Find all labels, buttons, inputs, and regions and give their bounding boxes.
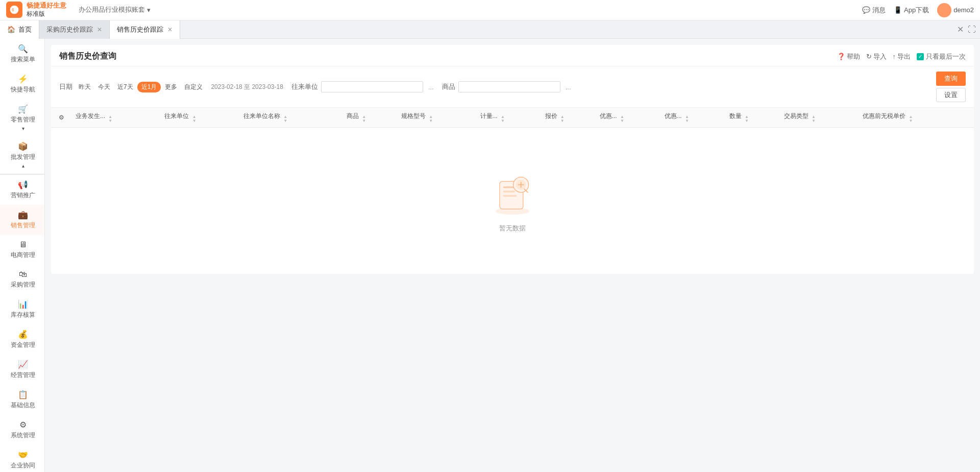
sort-qty-icon[interactable]: ▲▼ xyxy=(745,115,749,123)
sort-discount1-icon[interactable]: ▲▼ xyxy=(620,115,624,123)
maximize-icon[interactable]: ⛶ xyxy=(968,25,976,34)
page-header-actions: ❓ 帮助 ↻ 导入 ↑ 导出 只看最后一次 xyxy=(837,52,966,61)
query-button[interactable]: 查询 xyxy=(936,72,966,86)
sort-biz-date-icon[interactable]: ▲▼ xyxy=(108,115,112,123)
only-last-checkbox-label[interactable]: 只看最后一次 xyxy=(917,52,966,61)
message-icon: 💬 xyxy=(862,6,870,14)
logo-icon: 6 xyxy=(6,2,22,18)
sort-discount2-icon[interactable]: ▲▼ xyxy=(685,115,689,123)
sidebar-item-purchase[interactable]: 🛍 采购管理 xyxy=(0,265,44,294)
main-layout: 🔍 搜索菜单 ⚡ 快捷导航 🛒 零售管理 ▾ 📦 批发管理 ▴ 📢 营销推广 💼… xyxy=(0,39,980,472)
page-card: 销售历史价查询 ❓ 帮助 ↻ 导入 ↑ 导出 xyxy=(51,45,974,274)
export-btn[interactable]: ↑ 导出 xyxy=(893,52,911,61)
sort-unit-icon[interactable]: ▲▼ xyxy=(501,115,505,123)
date-range: 2023-02-18 至 2023-03-18 xyxy=(211,83,283,91)
sort-spec-icon[interactable]: ▲▼ xyxy=(429,115,433,123)
sidebar-item-finance[interactable]: 💰 资金管理 xyxy=(0,324,44,355)
page-header: 销售历史价查询 ❓ 帮助 ↻ 导入 ↑ 导出 xyxy=(51,45,974,66)
sidebar-item-marketing[interactable]: 📢 营销推广 xyxy=(0,175,44,205)
close-sales-tab-icon[interactable]: ✕ xyxy=(167,26,173,33)
help-icon: ❓ xyxy=(837,53,845,60)
col-partner-code[interactable]: 往来单位 ▲▼ xyxy=(160,108,239,128)
sidebar-item-quick-nav[interactable]: ⚡ 快捷导航 xyxy=(0,69,44,99)
cart-icon: 🛒 xyxy=(18,104,28,114)
settings-icon[interactable]: ⚙ xyxy=(59,114,64,121)
home-icon: 🏠 xyxy=(7,26,15,33)
sidebar-item-sales[interactable]: 💼 销售管理 xyxy=(0,205,44,235)
empty-illustration xyxy=(487,169,538,220)
col-unit[interactable]: 计量... ▲▼ xyxy=(476,108,541,128)
close-purchase-tab-icon[interactable]: ✕ xyxy=(97,26,102,33)
app-selector[interactable]: 办公用品行业模拟账套 ▾ xyxy=(79,5,151,14)
col-goods[interactable]: 商品 ▲▼ xyxy=(342,108,397,128)
partner-filter: 往来单位 ... xyxy=(291,81,434,92)
import-icon: ↻ xyxy=(866,53,872,60)
date-label: 日期 xyxy=(59,82,72,91)
svg-text:6: 6 xyxy=(12,8,14,13)
sidebar-item-wholesale[interactable]: 📦 批发管理 ▴ xyxy=(0,136,44,174)
sort-quote-icon[interactable]: ▲▼ xyxy=(560,115,565,123)
message-btn[interactable]: 💬 消息 xyxy=(862,6,886,15)
partner-dots-btn[interactable]: ... xyxy=(428,83,434,91)
tab-purchase-history[interactable]: 采购历史价跟踪 ✕ xyxy=(39,20,110,39)
svg-point-0 xyxy=(10,6,19,14)
tab-sales-history[interactable]: 销售历史价跟踪 ✕ xyxy=(110,20,180,39)
col-pre-tax[interactable]: 优惠前无税单价 ▲▼ xyxy=(859,108,974,128)
goods-dots-btn[interactable]: ... xyxy=(566,83,571,91)
empty-state: 暂无数据 xyxy=(51,128,974,274)
sort-partner-name-icon[interactable]: ▲▼ xyxy=(283,115,287,123)
close-all-tabs-icon[interactable]: ✕ xyxy=(957,25,964,34)
partner-input[interactable] xyxy=(321,81,423,92)
sidebar-item-search[interactable]: 🔍 搜索菜单 xyxy=(0,39,44,69)
col-spec[interactable]: 规格型号 ▲▼ xyxy=(397,108,476,128)
briefcase-icon: 💼 xyxy=(18,210,28,220)
sidebar-item-retail[interactable]: 🛒 零售管理 ▾ xyxy=(0,99,44,136)
chevron-down-icon: ▾ xyxy=(147,6,151,14)
data-table: ⚙ 业务发生... ▲▼ 往来单位 ▲▼ xyxy=(51,108,974,128)
sidebar-item-enterprise[interactable]: 🤝 企业协同 xyxy=(0,445,44,472)
sort-trade-type-icon[interactable]: ▲▼ xyxy=(812,115,816,123)
content-area: 销售历史价查询 ❓ 帮助 ↻ 导入 ↑ 导出 xyxy=(45,39,980,472)
col-gear: ⚙ xyxy=(51,108,71,128)
col-partner-name[interactable]: 往来单位名称 ▲▼ xyxy=(239,108,342,128)
sidebar-item-system[interactable]: ⚙ 系统管理 xyxy=(0,415,44,445)
col-discount1[interactable]: 优惠... ▲▼ xyxy=(596,108,660,128)
table-header-row: ⚙ 业务发生... ▲▼ 往来单位 ▲▼ xyxy=(51,108,974,128)
sort-goods-icon[interactable]: ▲▼ xyxy=(362,115,366,123)
col-biz-date[interactable]: 业务发生... ▲▼ xyxy=(71,108,160,128)
shopping-icon: 🛍 xyxy=(19,270,27,279)
setting-button[interactable]: 设置 xyxy=(936,88,966,102)
sidebar-item-ecommerce[interactable]: 🖥 电商管理 xyxy=(0,235,44,265)
goods-label: 商品 xyxy=(442,82,455,91)
col-discount2[interactable]: 优惠... ▲▼ xyxy=(660,108,725,128)
tab-home[interactable]: 🏠 首页 xyxy=(0,20,39,39)
filter-row: 日期 昨天 今天 近7天 近1月 更多 自定义 2023-02-18 至 202… xyxy=(51,66,974,108)
date-tab-yesterday[interactable]: 昨天 xyxy=(76,82,94,92)
app-download-btn[interactable]: 📱 App下载 xyxy=(894,6,929,15)
goods-input[interactable] xyxy=(458,81,560,92)
topbar-left: 6 畅捷通好生意 标准版 办公用品行业模拟账套 ▾ xyxy=(6,2,151,18)
sidebar-item-inventory[interactable]: 📊 库存核算 xyxy=(0,294,44,324)
date-tab-today[interactable]: 今天 xyxy=(95,82,113,92)
sidebar-item-basic[interactable]: 📋 基础信息 xyxy=(0,385,44,415)
date-tab-1month[interactable]: 近1月 xyxy=(137,82,161,92)
sidebar: 🔍 搜索菜单 ⚡ 快捷导航 🛒 零售管理 ▾ 📦 批发管理 ▴ 📢 营销推广 💼… xyxy=(0,39,45,472)
sort-pre-tax-icon[interactable]: ▲▼ xyxy=(909,115,913,123)
col-qty[interactable]: 数量 ▲▼ xyxy=(725,108,780,128)
topbar-right: 💬 消息 📱 App下载 demo2 xyxy=(862,3,974,17)
help-btn[interactable]: ❓ 帮助 xyxy=(837,52,860,61)
chevron-up-icon: ▴ xyxy=(22,163,24,169)
svg-rect-5 xyxy=(503,191,515,192)
sort-partner-code-icon[interactable]: ▲▼ xyxy=(192,115,197,123)
col-quote[interactable]: 报价 ▲▼ xyxy=(541,108,596,128)
date-tab-custom[interactable]: 自定义 xyxy=(181,82,206,92)
import-btn[interactable]: ↻ 导入 xyxy=(866,52,887,61)
date-tab-7days[interactable]: 近7天 xyxy=(114,82,136,92)
sidebar-item-operations[interactable]: 📈 经营管理 xyxy=(0,355,44,385)
goods-filter: 商品 ... xyxy=(442,81,571,92)
col-trade-type[interactable]: 交易类型 ▲▼ xyxy=(780,108,859,128)
date-tab-more[interactable]: 更多 xyxy=(162,82,180,92)
only-last-checkbox[interactable] xyxy=(917,53,924,60)
chevron-down-icon: ▾ xyxy=(22,126,24,131)
user-avatar[interactable]: demo2 xyxy=(937,3,974,17)
